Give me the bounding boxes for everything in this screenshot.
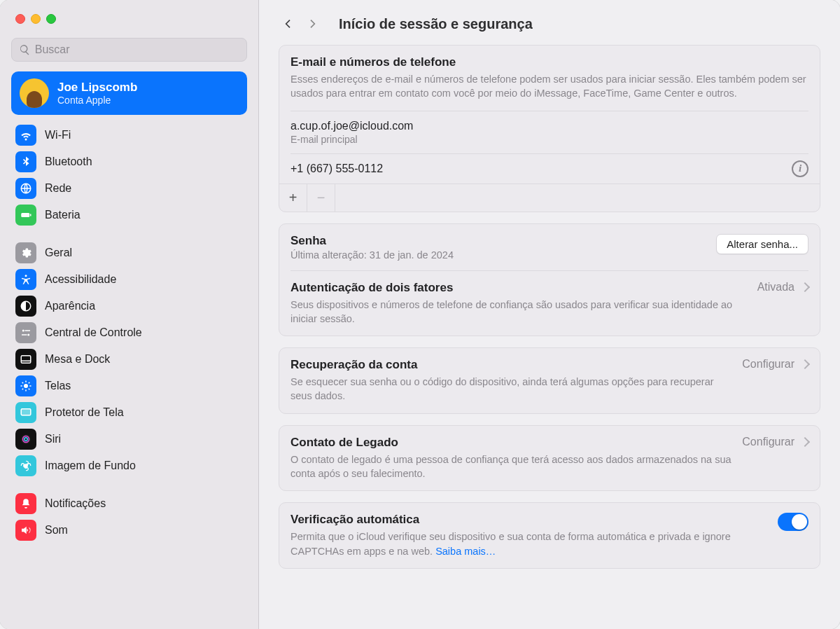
sidebar-item-dock[interactable]: Mesa e Dock [11, 346, 247, 373]
svg-rect-1 [21, 213, 29, 217]
dock-icon [15, 349, 36, 370]
autoverify-desc: Permita que o iCloud verifique seu dispo… [290, 530, 769, 558]
recovery-card: Recuperação da conta Se esquecer sua sen… [279, 347, 820, 414]
minimize-window-button[interactable] [31, 14, 41, 24]
sidebar-item-controlcenter[interactable]: Central de Controle [11, 319, 247, 346]
sidebar-item-label: Imagem de Fundo [45, 459, 136, 472]
sidebar-item-label: Central de Controle [45, 326, 142, 339]
account-sub: Conta Apple [57, 95, 137, 106]
close-window-button[interactable] [15, 14, 25, 24]
add-remove-bar: + − [279, 184, 820, 212]
sidebar-item-bluetooth[interactable]: Bluetooth [11, 148, 247, 175]
notifications-icon [15, 493, 36, 514]
sidebar-item-network[interactable]: Rede [11, 175, 247, 202]
nav-forward-button[interactable] [302, 14, 322, 34]
sidebar-item-displays[interactable]: Telas [11, 373, 247, 399]
contacts-card: E-mail e números de telefone Esses ender… [279, 45, 820, 212]
sidebar-item-battery[interactable]: Bateria [11, 202, 247, 228]
remove-contact-button[interactable]: − [307, 184, 335, 212]
learn-more-link[interactable]: Saiba mais… [435, 546, 496, 557]
twofa-row[interactable]: Autenticação de dois fatores Seus dispos… [279, 271, 820, 336]
primary-email-label: E-mail principal [290, 134, 808, 145]
phone-row[interactable]: +1 (667) 555-0112 i [279, 154, 820, 184]
password-sub: Última alteração: 31 de jan. de 2024 [290, 249, 708, 261]
sidebar-item-label: Rede [45, 182, 71, 195]
legacy-row[interactable]: Contato de Legado O contato de legado é … [279, 426, 820, 491]
autoverify-title: Verificação automática [290, 513, 769, 527]
account-name: Joe Lipscomb [57, 81, 137, 95]
sidebar: Joe Lipscomb Conta Apple Wi-FiBluetoothR… [0, 0, 259, 629]
primary-email-row[interactable]: a.cup.of.joe@icloud.com E-mail principal [279, 111, 820, 153]
recovery-status: Configurar [742, 358, 794, 371]
avatar [20, 78, 49, 108]
sidebar-item-label: Bluetooth [45, 155, 92, 168]
phone-info-button[interactable]: i [792, 160, 808, 177]
search-input[interactable] [35, 43, 239, 56]
siri-icon [15, 429, 36, 450]
sidebar-item-wifi[interactable]: Wi-Fi [11, 122, 247, 148]
zoom-window-button[interactable] [46, 14, 56, 24]
search-field[interactable] [11, 38, 247, 62]
bluetooth-icon [15, 151, 36, 172]
sidebar-item-label: Telas [45, 380, 71, 392]
password-title: Senha [290, 234, 708, 248]
legacy-title: Contato de Legado [290, 436, 734, 450]
window-controls [0, 0, 258, 38]
autoverify-toggle[interactable] [778, 513, 808, 531]
legacy-desc: O contato de legado é uma pessoa de conf… [290, 452, 734, 481]
chevron-right-icon [800, 437, 810, 447]
change-password-button[interactable]: Alterar senha... [716, 234, 808, 254]
sidebar-item-notifications[interactable]: Notificações [11, 490, 247, 517]
sidebar-item-label: Mesa e Dock [45, 353, 110, 366]
controlcenter-icon [15, 322, 36, 343]
displays-icon [15, 375, 36, 396]
svg-point-3 [25, 275, 27, 277]
add-contact-button[interactable]: + [279, 184, 307, 212]
sidebar-item-screensaver[interactable]: Protetor de Tela [11, 399, 247, 426]
recovery-title: Recuperação da conta [290, 358, 734, 372]
svg-rect-2 [30, 214, 31, 216]
page-title: Início de sessão e segurança [339, 16, 533, 32]
svg-rect-6 [25, 330, 31, 331]
sidebar-item-label: Notificações [45, 497, 106, 510]
general-icon [15, 242, 36, 263]
recovery-desc: Se esquecer sua senha ou o código do dis… [290, 375, 734, 403]
accessibility-icon [15, 269, 36, 290]
contacts-desc: Esses endereços de e-mail e números de t… [290, 72, 808, 101]
sidebar-item-label: Wi-Fi [45, 129, 71, 141]
chevron-right-icon [800, 359, 810, 369]
sidebar-item-wallpaper[interactable]: Imagem de Fundo [11, 452, 247, 479]
sidebar-item-accessibility[interactable]: Acessibilidade [11, 266, 247, 293]
legacy-status: Configurar [742, 436, 794, 448]
svg-point-11 [24, 384, 28, 388]
sound-icon [15, 520, 36, 541]
twofa-desc: Seus dispositivos e números de telefone … [290, 298, 749, 326]
sidebar-item-sound[interactable]: Som [11, 517, 247, 544]
header: Início de sessão e segurança [259, 0, 840, 45]
svg-point-7 [27, 334, 29, 336]
sidebar-item-label: Aparência [45, 300, 95, 312]
legacy-card: Contato de Legado O contato de legado é … [279, 425, 820, 492]
appearance-icon [15, 296, 36, 317]
sidebar-item-label: Siri [45, 433, 61, 445]
battery-icon [15, 205, 36, 226]
network-icon [15, 178, 36, 199]
sidebar-item-label: Geral [45, 247, 72, 259]
sidebar-item-siri[interactable]: Siri [11, 426, 247, 452]
screensaver-icon [15, 402, 36, 423]
recovery-row[interactable]: Recuperação da conta Se esquecer sua sen… [279, 348, 820, 413]
autoverify-row: Verificação automática Permita que o iCl… [279, 503, 820, 568]
nav-back-button[interactable] [279, 14, 298, 34]
twofa-status: Ativada [757, 281, 794, 293]
password-card: Senha Última alteração: 31 de jan. de 20… [279, 223, 820, 337]
autoverify-card: Verificação automática Permita que o iCl… [279, 502, 820, 569]
sidebar-account[interactable]: Joe Lipscomb Conta Apple [11, 71, 247, 115]
svg-rect-12 [21, 409, 31, 415]
chevron-right-icon [800, 282, 810, 292]
sidebar-item-label: Acessibilidade [45, 273, 116, 286]
svg-rect-9 [21, 356, 31, 364]
sidebar-item-general[interactable]: Geral [11, 240, 247, 266]
primary-email: a.cup.of.joe@icloud.com [290, 120, 808, 132]
main-pane: Início de sessão e segurança E-mail e nú… [259, 0, 840, 629]
sidebar-item-appearance[interactable]: Aparência [11, 293, 247, 319]
